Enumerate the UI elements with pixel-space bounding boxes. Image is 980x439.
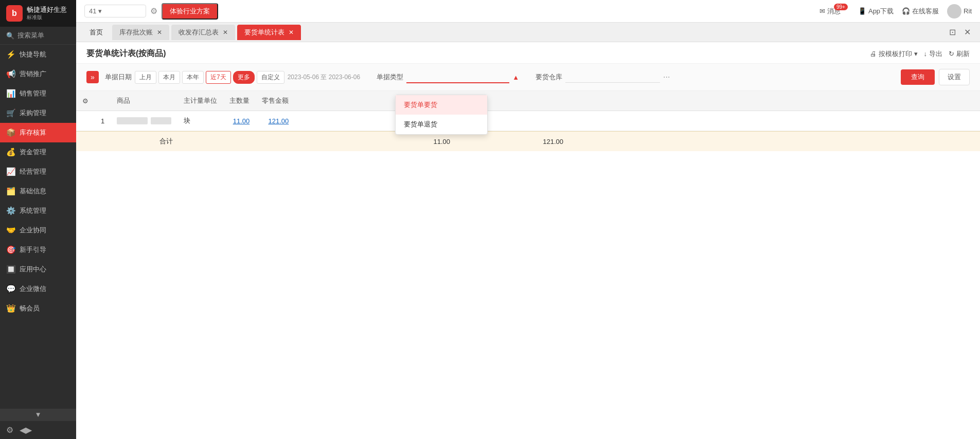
app-download[interactable]: 📱 App下载 bbox=[858, 7, 894, 16]
sidebar-item-operation[interactable]: 📈 经营管理 bbox=[0, 162, 76, 181]
sidebar-item-sales[interactable]: 📊 销售管理 bbox=[0, 84, 76, 103]
system-icon: ⚙️ bbox=[6, 206, 15, 215]
date-btn-last-month[interactable]: 上月 bbox=[135, 71, 156, 84]
sidebar-item-collab[interactable]: 🤝 企业协同 bbox=[0, 221, 76, 240]
table-container: ⚙ 商品 主计量单位 主数量 零售金额 1 bbox=[76, 91, 980, 131]
query-button[interactable]: 查询 bbox=[901, 69, 935, 85]
tab-delivery-summary-label: 收发存汇总表 bbox=[179, 28, 219, 37]
guide-icon: 🎯 bbox=[6, 245, 15, 254]
tab-home-label: 首页 bbox=[90, 28, 103, 37]
sidebar-item-base[interactable]: 🗂️ 基础信息 bbox=[0, 181, 76, 201]
sidebar-item-appstore[interactable]: 🔲 应用中心 bbox=[0, 260, 76, 279]
wechat-icon: 💬 bbox=[6, 284, 15, 294]
dropdown-item-order-goods[interactable]: 要货单要货 bbox=[396, 95, 487, 115]
export-action[interactable]: ↓ 导出 bbox=[924, 49, 943, 59]
sidebar-item-guide[interactable]: 🎯 新手引导 bbox=[0, 240, 76, 260]
date-btn-last7days[interactable]: 近7天 bbox=[206, 71, 231, 84]
sidebar-item-label: 企业协同 bbox=[20, 226, 46, 235]
tab-close-all-button[interactable]: ✕ bbox=[961, 26, 974, 38]
td-product bbox=[111, 111, 177, 131]
td-gear bbox=[76, 111, 95, 131]
sidebar-search-label: 搜索菜单 bbox=[17, 31, 44, 40]
product-code-placeholder bbox=[151, 117, 171, 124]
th-index bbox=[95, 91, 111, 111]
base-icon: 🗂️ bbox=[6, 187, 15, 196]
filter-warehouse-group: 要货仓库 ··· bbox=[536, 71, 670, 83]
date-btn-more[interactable]: 更多 bbox=[233, 71, 255, 84]
filter-type-label: 单据类型 bbox=[377, 72, 403, 82]
sidebar-item-label: 库存核算 bbox=[20, 128, 46, 137]
tab-batch-account-label: 库存批次账 bbox=[119, 28, 153, 37]
settings-button[interactable]: 设置 bbox=[939, 69, 970, 85]
tab-bar: 首页 库存批次账 ✕ 收发存汇总表 ✕ 要货单统计表 ✕ ⊡ ✕ bbox=[76, 23, 980, 42]
date-range-text: 2023-05-06 至 2023-06-06 bbox=[288, 73, 360, 82]
filter-type-input[interactable] bbox=[406, 71, 509, 83]
filter-warehouse-more-icon[interactable]: ··· bbox=[663, 72, 670, 82]
tab-batch-account-close[interactable]: ✕ bbox=[157, 29, 162, 36]
date-btn-this-year[interactable]: 本年 bbox=[182, 71, 204, 84]
sidebar-settings-icon[interactable]: ⚙ bbox=[6, 425, 13, 435]
tab-delivery-summary[interactable]: 收发存汇总表 ✕ bbox=[171, 25, 235, 40]
td-index: 1 bbox=[95, 111, 111, 131]
service-label: 在线客服 bbox=[912, 7, 939, 16]
sidebar-item-label: 基础信息 bbox=[20, 187, 46, 196]
content-area: 要货单统计表(按商品) 🖨 按模板打印 ▾ ↓ 导出 ↻ 刷新 » bbox=[76, 42, 980, 439]
search-icon: 🔍 bbox=[6, 32, 14, 40]
topbar-left: 41 ▾ ⚙ 体验行业方案 bbox=[84, 3, 813, 20]
th-quantity: 主数量 bbox=[223, 91, 256, 111]
filter-expand-button[interactable]: » bbox=[86, 71, 99, 83]
tab-order-summary[interactable]: 要货单统计表 ✕ bbox=[237, 25, 301, 40]
sidebar: b 畅捷通好生意 标准版 🔍 搜索菜单 ⚡ 快捷导航 📢 营销推广 📊 销售管理… bbox=[0, 0, 76, 439]
topbar-gear-icon[interactable]: ⚙ bbox=[150, 6, 157, 16]
promo-button[interactable]: 体验行业方案 bbox=[162, 3, 218, 20]
store-selector[interactable]: 41 ▾ bbox=[84, 5, 146, 17]
user-avatar-area[interactable]: Rit bbox=[947, 4, 972, 19]
tab-batch-account[interactable]: 库存批次账 ✕ bbox=[112, 25, 169, 40]
table-row: 1 块 11.00 121.00 bbox=[76, 111, 980, 131]
main-table: ⚙ 商品 主计量单位 主数量 零售金额 1 bbox=[76, 91, 980, 131]
sidebar-item-label: 采购管理 bbox=[20, 108, 46, 118]
filter-type-arrow-icon[interactable]: ▲ bbox=[512, 74, 519, 81]
export-icon: ↓ bbox=[924, 50, 928, 58]
sidebar-item-member[interactable]: 👑 畅会员 bbox=[0, 299, 76, 318]
date-btn-this-month[interactable]: 本月 bbox=[158, 71, 180, 84]
sidebar-item-quick-nav[interactable]: ⚡ 快捷导航 bbox=[0, 45, 76, 64]
sidebar-item-label: 新手引导 bbox=[20, 245, 46, 254]
sidebar-item-label: 企业微信 bbox=[20, 284, 46, 294]
filter-actions: 查询 设置 bbox=[901, 69, 970, 85]
store-selector-text: 41 bbox=[89, 7, 96, 15]
finance-icon: 💰 bbox=[6, 148, 15, 157]
sidebar-item-system[interactable]: ⚙️ 系统管理 bbox=[0, 201, 76, 221]
td-quantity[interactable]: 11.00 bbox=[223, 111, 256, 131]
sidebar-item-purchase[interactable]: 🛒 采购管理 bbox=[0, 103, 76, 123]
purchase-icon: 🛒 bbox=[6, 108, 15, 118]
refresh-action[interactable]: ↻ 刷新 bbox=[949, 49, 970, 59]
message-badge[interactable]: ✉ 消息 99+ bbox=[819, 7, 841, 16]
th-amount: 零售金额 bbox=[256, 91, 295, 111]
print-action[interactable]: 🖨 按模板打印 ▾ bbox=[870, 49, 918, 59]
th-gear[interactable]: ⚙ bbox=[76, 91, 95, 111]
tab-maximize-button[interactable]: ⊡ bbox=[946, 26, 959, 38]
sidebar-item-finance[interactable]: 💰 资金管理 bbox=[0, 142, 76, 162]
sidebar-item-wechat[interactable]: 💬 企业微信 bbox=[0, 279, 76, 299]
dropdown-item-order-return[interactable]: 要货单退货 bbox=[396, 115, 487, 134]
tab-order-summary-close[interactable]: ✕ bbox=[289, 29, 294, 36]
footer-quantity: 11.00 bbox=[409, 138, 450, 145]
dropdown-item-order-goods-label: 要货单要货 bbox=[404, 101, 437, 108]
td-amount[interactable]: 121.00 bbox=[256, 111, 295, 131]
sidebar-item-label: 应用中心 bbox=[20, 265, 46, 274]
appstore-icon: 🔲 bbox=[6, 265, 15, 274]
tab-delivery-summary-close[interactable]: ✕ bbox=[223, 29, 228, 36]
sidebar-item-marketing[interactable]: 📢 营销推广 bbox=[0, 64, 76, 84]
sidebar-collapse-icon[interactable]: ◀▶ bbox=[20, 425, 32, 435]
filter-warehouse-input[interactable] bbox=[565, 71, 660, 83]
sidebar-item-label: 畅会员 bbox=[20, 304, 40, 313]
collab-icon: 🤝 bbox=[6, 226, 15, 235]
online-service[interactable]: 🎧 在线客服 bbox=[902, 7, 939, 16]
inventory-icon: 📦 bbox=[6, 128, 15, 137]
sidebar-scroll-down[interactable]: ▼ bbox=[0, 409, 76, 420]
tab-home[interactable]: 首页 bbox=[82, 25, 110, 40]
sidebar-item-inventory[interactable]: 📦 库存核算 bbox=[0, 123, 76, 142]
date-btn-custom[interactable]: 自定义 bbox=[257, 71, 284, 84]
sidebar-search[interactable]: 🔍 搜索菜单 bbox=[0, 27, 76, 45]
